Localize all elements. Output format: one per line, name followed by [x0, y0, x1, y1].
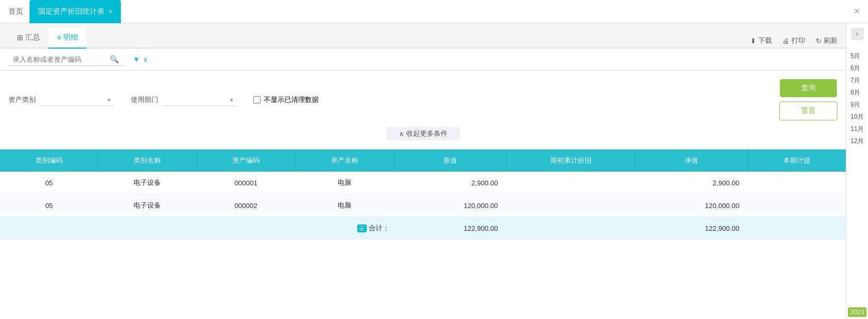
cell-accumulated: [507, 194, 635, 217]
cell-accumulated: [507, 172, 635, 194]
hide-cleaned-label: 不显示已清理数据: [264, 95, 319, 105]
sidebar-months: 5月6月7月8月9月10月11月12月: [851, 49, 864, 149]
filter-icon: ▼: [133, 55, 140, 63]
total-row: ☰ 合计： 122,900.00 122,900.00: [0, 217, 846, 240]
cell-original-value: 2,900.00: [394, 172, 506, 194]
total-empty1: [0, 217, 98, 240]
tab-detail[interactable]: ≡ 明细: [49, 27, 87, 49]
print-icon: 🖨: [783, 37, 789, 45]
collapse-icon: ∧: [399, 130, 404, 138]
detail-icon: ≡: [57, 33, 61, 42]
window-close-icon[interactable]: ×: [854, 6, 860, 17]
download-label: 下载: [758, 36, 772, 45]
cell-code: 05: [0, 172, 98, 194]
col-header-period-depreciation: 本期计提: [748, 149, 846, 172]
department-label: 使用部门: [131, 95, 158, 105]
cell-category: 电子设备: [98, 172, 197, 194]
print-label: 打印: [791, 36, 805, 45]
reset-button[interactable]: 重置: [779, 101, 837, 120]
main-content: ⊞ 汇总 ≡ 明细 ⬇ 下载 🖨 打印 ↻ 刷新: [0, 23, 868, 319]
query-button[interactable]: 查询: [780, 79, 837, 97]
col-header-category: 类别名称: [98, 149, 197, 172]
cell-asset-name: 电脑: [295, 172, 394, 194]
collapse-button[interactable]: ∧ 收起更多条件: [386, 127, 460, 140]
col-header-original-value: 原值: [394, 149, 506, 172]
refresh-button[interactable]: ↻ 刷新: [816, 36, 837, 45]
search-input[interactable]: [13, 55, 108, 63]
print-button[interactable]: 🖨 打印: [783, 36, 805, 45]
refresh-icon: ↻: [816, 37, 822, 45]
cell-net-value: 120,000.00: [635, 194, 748, 217]
total-net-value: 122,900.00: [635, 217, 748, 240]
filter-row: 资产类别 使用部门: [8, 79, 837, 120]
download-icon: ⬇: [750, 37, 756, 45]
filter-chevron-icon: ∨: [143, 55, 148, 63]
tab-close-icon[interactable]: ×: [109, 8, 112, 15]
filter-actions: 查询 重置: [779, 79, 837, 120]
tab-summary-label: 汇总: [25, 33, 40, 42]
col-header-net-value: 净值: [635, 149, 748, 172]
sidebar-year-badge[interactable]: 2023: [848, 307, 866, 317]
top-nav: 首页 固定资产折旧统计表 × ×: [0, 0, 868, 23]
cell-period-dep: [748, 172, 846, 194]
right-sidebar: › 5月6月7月8月9月10月11月12月 2023: [846, 23, 868, 319]
tab-detail-label: 明细: [63, 33, 78, 42]
table-header-row: 类别编码 类别名称 资产编码 资产名称 原值 期初累计折旧 净值 本期计提: [0, 149, 846, 172]
cell-original-value: 120,000.00: [394, 194, 506, 217]
asset-category-label: 资产类别: [8, 95, 36, 105]
sidebar-month-item[interactable]: 8月: [851, 88, 864, 97]
summary-icon: ⊞: [17, 33, 23, 42]
asset-category-select[interactable]: [40, 93, 114, 106]
sidebar-month-item[interactable]: 5月: [851, 52, 864, 61]
tab-bar: ⊞ 汇总 ≡ 明细 ⬇ 下载 🖨 打印 ↻ 刷新: [0, 23, 846, 49]
search-wrap: 🔍: [8, 53, 125, 66]
department-select[interactable]: [163, 93, 236, 106]
download-button[interactable]: ⬇ 下载: [750, 36, 772, 45]
table-row: 05 电子设备 000002 电脑 120,000.00 120,000.00: [0, 194, 846, 217]
hide-cleaned-checkbox[interactable]: 不显示已清理数据: [253, 95, 319, 105]
filter-panel: 资产类别 使用部门: [0, 71, 846, 149]
cell-net-value: 2,900.00: [635, 172, 748, 194]
table-row: 05 电子设备 000001 电脑 2,900.00 2,900.00: [0, 172, 846, 194]
collapse-label: 收起更多条件: [406, 129, 447, 138]
search-icon[interactable]: 🔍: [110, 55, 119, 63]
department-select-wrap: [163, 93, 236, 106]
tab-label: 固定资产折旧统计表: [38, 7, 104, 16]
total-label: ☰ 合计：: [197, 217, 394, 240]
col-header-code: 类别编码: [0, 149, 98, 172]
department-field: 使用部门: [131, 93, 236, 106]
data-table: 类别编码 类别名称 资产编码 资产名称 原值 期初累计折旧 净值 本期计提 05…: [0, 149, 846, 240]
cell-period-dep: [748, 194, 846, 217]
refresh-label: 刷新: [824, 36, 837, 45]
sidebar-month-item[interactable]: 11月: [851, 125, 864, 134]
col-header-asset-code: 资产编码: [197, 149, 295, 172]
left-panel: ⊞ 汇总 ≡ 明细 ⬇ 下载 🖨 打印 ↻ 刷新: [0, 23, 846, 319]
more-filter-button[interactable]: ▼ ∨: [133, 55, 148, 63]
cell-code: 05: [0, 194, 98, 217]
asset-category-select-wrap: [40, 93, 114, 106]
tab-summary[interactable]: ⊞ 汇总: [8, 27, 49, 49]
sidebar-month-item[interactable]: 9月: [851, 100, 864, 109]
table-wrap: 类别编码 类别名称 资产编码 资产名称 原值 期初累计折旧 净值 本期计提 05…: [0, 149, 846, 319]
total-accumulated: [507, 217, 635, 240]
cell-asset-name: 电脑: [295, 194, 394, 217]
total-empty2: [98, 217, 197, 240]
home-link[interactable]: 首页: [8, 7, 23, 16]
asset-category-field: 资产类别: [8, 93, 114, 106]
sidebar-month-item[interactable]: 10月: [851, 112, 864, 121]
active-tab[interactable]: 固定资产折旧统计表 ×: [30, 0, 121, 23]
total-period-dep: [748, 217, 846, 240]
search-toolbar: 🔍 ▼ ∨: [0, 49, 846, 71]
hide-cleaned-input[interactable]: [253, 96, 261, 104]
sidebar-month-item[interactable]: 12月: [851, 137, 864, 146]
total-original-value: 122,900.00: [394, 217, 506, 240]
sidebar-month-item[interactable]: 7月: [851, 76, 864, 85]
cell-category: 电子设备: [98, 194, 197, 217]
cell-asset-code: 000002: [197, 194, 295, 217]
cell-asset-code: 000001: [197, 172, 295, 194]
sidebar-month-item[interactable]: 6月: [851, 64, 864, 73]
sidebar-expand-icon[interactable]: ›: [851, 27, 864, 40]
col-header-accumulated-depreciation: 期初累计折旧: [507, 149, 635, 172]
col-header-asset-name: 资产名称: [295, 149, 394, 172]
